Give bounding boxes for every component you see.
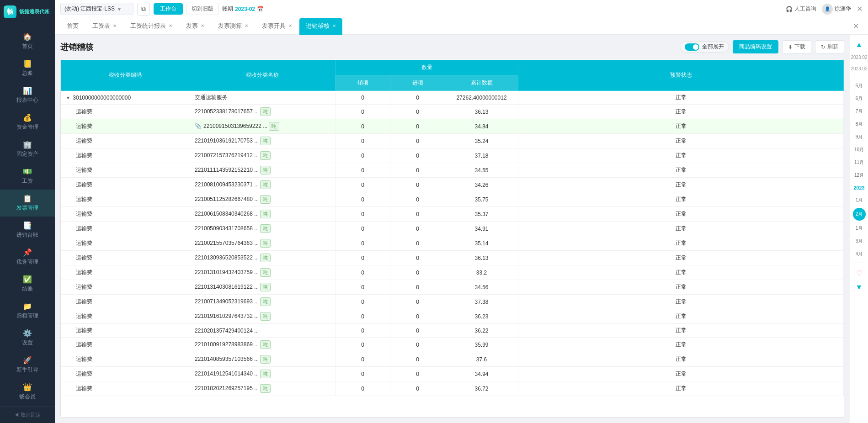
col-tax-name-header: 税收分类名称 xyxy=(189,60,335,91)
panel-active-month[interactable]: 2月 xyxy=(853,208,866,221)
sidebar-item-wages[interactable]: 💵 工资 xyxy=(0,163,55,190)
user-menu[interactable]: 👤 徐涯华 xyxy=(822,4,851,15)
toggle-switch[interactable] xyxy=(685,43,699,51)
cell-total: 34.91 xyxy=(445,222,518,236)
sidebar-label-member: 畅会员 xyxy=(19,393,36,401)
table-row: 运输费 2210131403081619122 ... 吨 0 0 34.56 … xyxy=(61,280,844,295)
tab-label-invoice-open: 发票开具 xyxy=(262,22,286,30)
cell-total: 35.14 xyxy=(445,236,518,251)
sidebar-item-archive[interactable]: 📁 归档管理 xyxy=(0,297,55,324)
cell-invoice-num: 2210140859357103566 ... 吨 xyxy=(189,352,335,367)
sidebar-unpin[interactable]: ◀ 取消固定 xyxy=(0,407,55,423)
company-selector[interactable]: (勿动) 江西报宝-LSS ▼ xyxy=(60,3,133,15)
cell-status: 正常 xyxy=(518,309,844,324)
panel-month-8月[interactable]: 8月 xyxy=(851,118,868,130)
panel-month-6月[interactable]: 6月 xyxy=(851,93,868,105)
table-row: 运输费 2210191610297643732 ... 吨 0 0 36.23 … xyxy=(61,309,844,324)
cell-sales: 0 xyxy=(335,119,390,134)
settings-button[interactable]: 商品编码设置 xyxy=(733,40,778,53)
cell-status: 正常 xyxy=(518,381,844,396)
cell-code: 运输费 xyxy=(61,134,189,148)
topbar-right: 🎧 人工咨询 👤 徐涯华 ✕ xyxy=(786,4,863,15)
cell-code: 运输费 xyxy=(61,222,189,236)
unit-tag: 吨 xyxy=(260,340,271,349)
tab-close-invoice-verify[interactable]: ✕ xyxy=(332,23,336,28)
cell-code: 运输费 xyxy=(61,280,189,295)
sidebar-item-assets[interactable]: 🏢 固定资产 xyxy=(0,136,55,163)
cell-status: 正常 xyxy=(518,295,844,309)
tab-payroll[interactable]: 工资表✕ xyxy=(86,18,123,35)
tab-close-invoice[interactable]: ✕ xyxy=(201,23,204,28)
cell-sales: 0 xyxy=(335,324,390,338)
sidebar-item-settle[interactable]: ✅ 结账 xyxy=(0,270,55,297)
cell-invoice-num: 2210021557035764363 ... 吨 xyxy=(189,236,335,251)
panel-month-12月[interactable]: 12月 xyxy=(851,169,868,181)
panel-down-arrow[interactable]: ▼ xyxy=(853,281,866,294)
sidebar-item-settings[interactable]: ⚙️ 设置 xyxy=(0,324,55,351)
calendar-icon[interactable]: 📅 xyxy=(257,6,264,12)
support-button[interactable]: 🎧 人工咨询 xyxy=(786,5,816,13)
tab-invoice-open[interactable]: 发票开具✕ xyxy=(256,18,298,35)
panel-month-10月[interactable]: 10月 xyxy=(851,144,868,156)
back-button[interactable]: 切到旧版 xyxy=(186,3,218,15)
company-name: (勿动) 江西报宝-LSS xyxy=(64,5,115,13)
panel-month-after-3月[interactable]: 3月 xyxy=(851,235,868,247)
download-button[interactable]: ⬇ 下载 xyxy=(782,40,811,53)
cell-code: 运输费 xyxy=(61,236,189,251)
panel-month-9月[interactable]: 9月 xyxy=(851,131,868,143)
table-row: 运输费 2210191036192170753 ... 吨 0 0 35.24 … xyxy=(61,134,844,148)
table-row: 运输费 2210111143592152210 ... 吨 0 0 34.55 … xyxy=(61,163,844,178)
wages-icon: 💵 xyxy=(23,167,32,176)
cell-status: 正常 xyxy=(518,163,844,178)
tab-invoice-calc[interactable]: 发票测算✕ xyxy=(212,18,255,35)
copy-button[interactable]: ⧉ xyxy=(137,3,150,16)
cell-sales: 0 xyxy=(335,222,390,236)
cell-code: 运输费 xyxy=(61,192,189,207)
table-row: 运输费 2210182021269257195 ... 吨 0 0 36.72 … xyxy=(61,381,844,396)
panel-month-5月[interactable]: 5月 xyxy=(851,80,868,92)
tab-home[interactable]: 首页 xyxy=(60,18,85,35)
panel-month-after-1月[interactable]: 1月 xyxy=(851,222,868,234)
sidebar-item-member[interactable]: 👑 畅会员 xyxy=(0,378,55,405)
tab-close-invoice-open[interactable]: ✕ xyxy=(288,23,292,28)
table-row: 运输费 2210100919278983869 ... 吨 0 0 35.99 … xyxy=(61,338,844,352)
panel-up-arrow[interactable]: ▲ xyxy=(853,38,866,51)
workspace-button[interactable]: 工作台 xyxy=(154,3,183,15)
sidebar-item-tax[interactable]: 📌 税务管理 xyxy=(0,243,55,270)
tab-payroll-stats[interactable]: 工资统计报表✕ xyxy=(124,18,179,35)
tab-close-payroll-stats[interactable]: ✕ xyxy=(169,23,172,28)
refresh-button[interactable]: ↻ 刷新 xyxy=(815,40,844,53)
sidebar-item-trade-account[interactable]: 📑 进销台账 xyxy=(0,217,55,243)
panel-month-1[interactable]: 1月 xyxy=(851,194,868,206)
panel-month-11月[interactable]: 11月 xyxy=(851,157,868,169)
tab-close-invoice-calc[interactable]: ✕ xyxy=(245,23,248,28)
cell-invoice-num: 2210050903431708658 ... 吨 xyxy=(189,222,335,236)
sidebar-item-home[interactable]: 🏠 首页 xyxy=(0,28,55,55)
cell-purchase: 0 xyxy=(390,134,445,148)
panel-heart-icon[interactable]: ♡ xyxy=(851,266,868,280)
sidebar-item-reports[interactable]: 📊 报表中心 xyxy=(0,82,55,109)
cell-invoice-num: 2210131403081619122 ... 吨 xyxy=(189,280,335,295)
guide-icon: 🚀 xyxy=(23,356,32,365)
company-dropdown-icon: ▼ xyxy=(117,6,122,12)
tab-close-payroll[interactable]: ✕ xyxy=(113,23,117,28)
sidebar-item-invoices[interactable]: 📋 发票管理 xyxy=(0,190,55,217)
panel-month-after-4月[interactable]: 4月 xyxy=(851,248,868,260)
sidebar-item-funds[interactable]: 💰 资金管理 xyxy=(0,109,55,136)
tab-invoice-verify[interactable]: 进销稽核✕ xyxy=(299,18,342,35)
sidebar-label-home: 首页 xyxy=(22,42,33,50)
sidebar-item-guide[interactable]: 🚀 新手引导 xyxy=(0,351,55,378)
topbar-close-icon[interactable]: ✕ xyxy=(857,5,863,13)
expand-toggle[interactable]: 全部展开 xyxy=(680,41,729,53)
cell-purchase: 0 xyxy=(390,265,445,280)
sidebar: 畅 畅捷通易代账 🏠 首页 📒 总账 📊 报表中心 💰 资金管理 🏢 固定资产 … xyxy=(0,0,55,423)
sidebar-item-ledger[interactable]: 📒 总账 xyxy=(0,55,55,82)
cell-purchase: 0 xyxy=(390,381,445,396)
tabs-close-button[interactable]: ✕ xyxy=(849,22,863,31)
cell-total: 36.13 xyxy=(445,251,518,265)
invoices-icon: 📋 xyxy=(23,194,32,203)
panel-month-7月[interactable]: 7月 xyxy=(851,106,868,117)
tab-invoice[interactable]: 发票✕ xyxy=(180,18,211,35)
cell-status: 正常 xyxy=(518,265,844,280)
table-row: 运输费 2210051125282667480 ... 吨 0 0 35.75 … xyxy=(61,192,844,207)
